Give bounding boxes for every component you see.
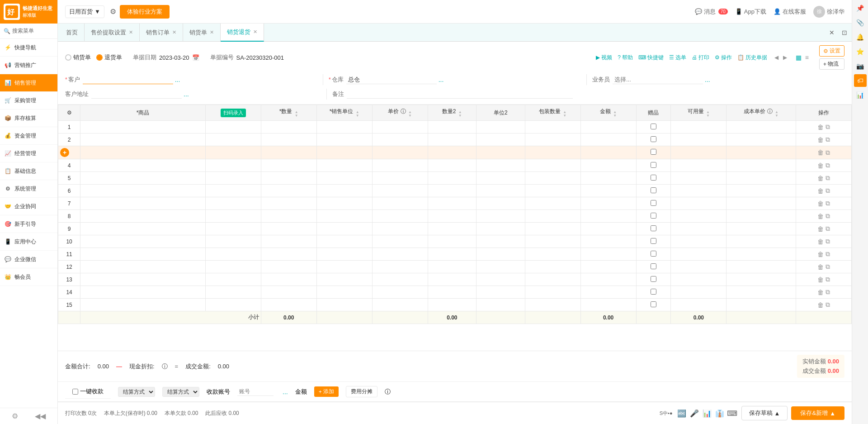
row-3-amount[interactable] bbox=[580, 146, 636, 159]
tab-maximize-btn[interactable]: ⊡ bbox=[839, 28, 850, 37]
warehouse-select-btn[interactable]: ... bbox=[439, 76, 444, 83]
row-2-gift[interactable] bbox=[636, 133, 671, 146]
row-4-product[interactable] bbox=[80, 159, 206, 172]
row-1-unit2[interactable] bbox=[476, 121, 525, 133]
tab-sales-return-close[interactable]: ✕ bbox=[253, 29, 257, 35]
history-link[interactable]: 📋 历史单据 bbox=[737, 54, 767, 62]
row-3-quantity[interactable] bbox=[261, 146, 316, 159]
sidebar-item-marketing[interactable]: 📢 营销推广 bbox=[0, 57, 57, 74]
user-profile[interactable]: 徐 徐泽华 bbox=[813, 6, 844, 18]
delete-icon-15[interactable]: 🗑 bbox=[817, 301, 824, 309]
salesperson-select-btn[interactable]: ... bbox=[705, 76, 710, 83]
tab-home[interactable]: 首页 bbox=[60, 24, 85, 42]
sidebar-item-operations[interactable]: 📈 经营管理 bbox=[0, 145, 57, 162]
row-1-available[interactable] bbox=[671, 121, 726, 133]
row-2-unit-price[interactable] bbox=[372, 133, 428, 146]
warehouse-input[interactable] bbox=[346, 75, 437, 84]
row-1-quantity[interactable] bbox=[261, 121, 316, 133]
split-info-icon[interactable]: ⓘ bbox=[385, 388, 391, 396]
copy-icon-12[interactable]: ⧉ bbox=[826, 263, 830, 271]
copy-icon-5[interactable]: ⧉ bbox=[826, 174, 830, 182]
gift-checkbox-2[interactable] bbox=[651, 136, 656, 142]
add-row-btn[interactable]: + bbox=[60, 148, 69, 157]
settlement-method-select[interactable]: 结算方式 bbox=[118, 387, 155, 397]
delete-icon-7[interactable]: 🗑 bbox=[817, 200, 824, 207]
row-3-available[interactable] bbox=[671, 146, 726, 159]
address-select-btn[interactable]: ... bbox=[184, 91, 189, 98]
gift-checkbox-8[interactable] bbox=[651, 213, 656, 219]
tab-price-setting[interactable]: 售价提取设置 ✕ bbox=[85, 24, 140, 42]
right-sidebar-icon-6[interactable]: 🏷 bbox=[854, 74, 867, 87]
bill-date-value[interactable]: 2023-03-20 bbox=[159, 54, 189, 61]
copy-icon-9[interactable]: ⧉ bbox=[826, 225, 830, 233]
delete-icon-4[interactable]: 🗑 bbox=[817, 162, 824, 169]
row-2-product[interactable] bbox=[80, 133, 206, 146]
sidebar-item-finance[interactable]: 💰 资金管理 bbox=[0, 127, 57, 145]
gift-checkbox-13[interactable] bbox=[651, 276, 656, 282]
sidebar-item-search[interactable]: 🔍 搜索菜单 bbox=[0, 24, 57, 39]
sidebar-item-quick-nav[interactable]: ⚡ 快捷导航 bbox=[0, 39, 57, 57]
delete-icon-1[interactable]: 🗑 bbox=[817, 124, 824, 131]
tab-close-all-btn[interactable]: ✕ bbox=[826, 28, 837, 37]
view-table-btn[interactable]: ▦ bbox=[794, 53, 803, 62]
discount-info-icon[interactable]: ⓘ bbox=[162, 362, 168, 371]
copy-icon-4[interactable]: ⧉ bbox=[826, 162, 830, 169]
sidebar-item-purchase[interactable]: 🛒 采购管理 bbox=[0, 92, 57, 110]
toolbar-icon-2[interactable]: 🎤 bbox=[689, 408, 700, 419]
view-list-btn[interactable]: ≡ bbox=[804, 53, 810, 62]
page-prev-btn[interactable]: ◀ bbox=[773, 53, 780, 62]
gift-checkbox-10[interactable] bbox=[651, 238, 656, 244]
calendar-icon[interactable]: 📅 bbox=[192, 54, 199, 61]
delete-icon-6[interactable]: 🗑 bbox=[817, 187, 824, 195]
row-3-package-qty[interactable] bbox=[525, 146, 580, 159]
sidebar-item-sales[interactable]: 📊 销售管理 bbox=[0, 74, 57, 92]
row-1-unit-price[interactable] bbox=[372, 121, 428, 133]
save-draft-btn[interactable]: 保存草稿 ▲ bbox=[741, 406, 788, 420]
tab-sales-order[interactable]: 销售订单 ✕ bbox=[140, 24, 183, 42]
radio-sales[interactable]: 销货单 bbox=[65, 53, 91, 62]
row-3-sales-unit[interactable] bbox=[316, 146, 372, 159]
sidebar-item-system[interactable]: ⚙ 系统管理 bbox=[0, 180, 57, 198]
sidebar-settings-btn[interactable]: ⚙ bbox=[12, 412, 18, 420]
delete-icon-14[interactable]: 🗑 bbox=[817, 289, 824, 296]
row-3-product[interactable] bbox=[80, 146, 206, 159]
sidebar-item-app-center[interactable]: 📱 应用中心 bbox=[0, 233, 57, 251]
right-sidebar-icon-3[interactable]: 🔔 bbox=[854, 31, 867, 43]
one-click-collect-input[interactable] bbox=[72, 389, 78, 395]
gift-checkbox-5[interactable] bbox=[651, 175, 656, 181]
sidebar-item-new-guide[interactable]: 🎯 新手引导 bbox=[0, 215, 57, 233]
right-sidebar-icon-2[interactable]: 📎 bbox=[854, 16, 867, 29]
setting-btn[interactable]: ⚙ 设置 bbox=[819, 45, 844, 57]
row-2-quantity[interactable] bbox=[261, 133, 316, 146]
copy-icon-6[interactable]: ⧉ bbox=[826, 187, 830, 195]
address-input[interactable] bbox=[91, 90, 182, 99]
operation-link[interactable]: ⚙ 操作 bbox=[715, 54, 732, 62]
right-sidebar-icon-4[interactable]: ⭐ bbox=[854, 45, 867, 58]
shortcut-link[interactable]: ⌨ 快捷键 bbox=[638, 54, 664, 62]
org-switcher[interactable]: 日用百货 ▼ bbox=[65, 5, 104, 18]
gift-checkbox-14[interactable] bbox=[651, 289, 656, 295]
add-btn[interactable]: + 添加 bbox=[314, 386, 339, 397]
delete-icon-8[interactable]: 🗑 bbox=[817, 213, 824, 220]
tab-sales-return[interactable]: 销货退货 ✕ bbox=[221, 24, 264, 42]
select-link[interactable]: ☰ 选单 bbox=[669, 54, 686, 62]
gift-checkbox-3[interactable] bbox=[651, 149, 656, 155]
online-service-btn[interactable]: 👤 在线客服 bbox=[774, 8, 806, 16]
row-3-product-input[interactable] bbox=[82, 149, 203, 156]
toolbar-icon-5[interactable]: ⌨ bbox=[727, 408, 738, 419]
row-1-package-qty[interactable] bbox=[525, 121, 580, 133]
right-sidebar-icon-5[interactable]: 📷 bbox=[854, 60, 867, 72]
toolbar-icon-4[interactable]: 👔 bbox=[714, 408, 725, 419]
row-3-cost-price[interactable] bbox=[726, 146, 796, 159]
row-1-sales-unit[interactable] bbox=[316, 121, 372, 133]
gift-checkbox-4[interactable] bbox=[651, 162, 656, 168]
row-2-package-qty[interactable] bbox=[525, 133, 580, 146]
tab-sales-delivery[interactable]: 销货单 ✕ bbox=[183, 24, 221, 42]
gift-checkbox-15[interactable] bbox=[651, 301, 656, 307]
row-2-qty2[interactable] bbox=[428, 133, 476, 146]
trial-btn[interactable]: 体验行业方案 bbox=[120, 5, 170, 19]
row-2-cost-price[interactable] bbox=[726, 133, 796, 146]
copy-icon-8[interactable]: ⧉ bbox=[826, 212, 830, 220]
sidebar-item-enterprise[interactable]: 🤝 企业协同 bbox=[0, 198, 57, 215]
copy-icon-3[interactable]: ⧉ bbox=[826, 149, 830, 157]
